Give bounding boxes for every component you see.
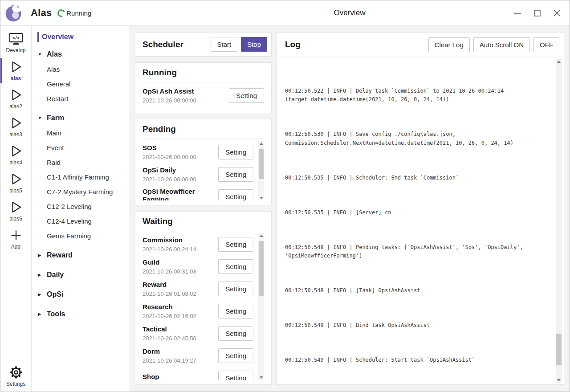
sidebar-item-main[interactable]: Main — [32, 126, 129, 140]
task-setting-button[interactable]: Setting — [218, 348, 253, 363]
log-scrollbar[interactable] — [556, 59, 562, 383]
task-next-run-time: 2021-10-26 02:45:50 — [142, 335, 196, 342]
sidebar-item-c7-2-mystery-farming[interactable]: C7-2 Mystery Farming — [32, 184, 129, 199]
task-setting-button[interactable]: Setting — [218, 371, 253, 380]
sidebar-section-reward[interactable]: ▶Reward — [32, 248, 129, 263]
task-setting-button[interactable]: Setting — [218, 259, 253, 274]
sidebar-item-overview[interactable]: Overview — [32, 32, 129, 42]
scroll-up-icon[interactable] — [258, 141, 264, 146]
scroll-down-icon[interactable] — [258, 375, 264, 380]
sidebar-item-c12-2-leveling[interactable]: C12-2 Leveling — [32, 199, 129, 214]
sidebar-item-event[interactable]: Event — [32, 140, 129, 155]
task-setting-button[interactable]: Setting — [218, 237, 253, 252]
minimize-icon[interactable] — [511, 6, 524, 20]
task-name: OpSi Daily — [142, 166, 196, 174]
task-setting-button[interactable]: Setting — [218, 304, 253, 318]
rail-item-label: alas — [11, 75, 21, 82]
scroll-up-icon[interactable] — [556, 59, 562, 64]
scheduler-panel: Scheduler Start Stop — [135, 32, 272, 57]
task-setting-button[interactable]: Setting — [218, 145, 253, 159]
pending-panel: Pending SOS 2021-10-26 00:00:00 Setting — [135, 119, 272, 205]
clear-log-button[interactable]: Clear Log — [428, 37, 470, 52]
autoscroll-on-button[interactable]: Auto Scroll ON — [473, 37, 530, 52]
task-next-run-time: 2021-10-26 00:00:00 — [142, 97, 196, 104]
task-row: Reward 2021-10-26 01:08:02 Setting — [142, 278, 253, 300]
rail-item-alas6[interactable]: alas6 — [0, 197, 31, 225]
log-header: Log Clear Log Auto Scroll ON OFF — [277, 33, 564, 57]
app-window: Alas Running Overview </>Developalasalas… — [0, 0, 570, 392]
log-lines: 00:12:50.522 | INFO | Delay task `Commis… — [285, 61, 550, 384]
play-icon — [9, 88, 23, 102]
waiting-scrollbar[interactable] — [258, 233, 264, 380]
task-row: Commission 2021-10-26 00:24:14 Setting — [142, 233, 253, 255]
scheduler-start-button[interactable]: Start — [211, 37, 237, 52]
task-row: Tactical 2021-10-26 02:45:50 Setting — [142, 322, 253, 344]
task-name: Dorm — [142, 347, 196, 355]
task-row: Guild 2021-10-26 00:31:03 Setting — [142, 255, 253, 278]
task-row: OpSi Daily 2021-10-26 00:00:00 Setting — [142, 163, 253, 185]
chevron-collapsed-icon: ▶ — [38, 273, 43, 277]
sidebar-item-general[interactable]: General — [32, 77, 129, 91]
sidebar-section-farm[interactable]: ▼Farm — [32, 110, 129, 126]
sidebar-section-daily[interactable]: ▶Daily — [32, 267, 129, 282]
rail-item-label: alas3 — [9, 131, 22, 138]
scroll-down-icon[interactable] — [556, 377, 562, 383]
autoscroll-off-button[interactable]: OFF — [533, 37, 559, 52]
rail-item-settings[interactable]: Settings — [0, 361, 31, 392]
sidebar-item-c12-4-leveling[interactable]: C12-4 Leveling — [32, 214, 129, 229]
settings-label: Settings — [6, 381, 25, 387]
rail-item-alas[interactable]: alas — [0, 57, 31, 84]
pending-scrollbar[interactable] — [258, 141, 264, 200]
rail-item-alas2[interactable]: alas2 — [0, 85, 31, 112]
scroll-down-icon[interactable] — [258, 195, 264, 200]
sidebar-item-restart[interactable]: Restart — [32, 91, 129, 106]
task-next-run-time: 2021-10-26 00:31:03 — [142, 268, 196, 275]
log-line: 00:12:50.549 | INFO | Bind task OpsiAshA… — [285, 321, 550, 330]
content-area: Scheduler Start Stop Running O — [129, 26, 570, 392]
window-title: Overview — [130, 8, 570, 17]
task-setting-button[interactable]: Setting — [218, 167, 253, 182]
maximize-icon[interactable] — [530, 6, 544, 20]
task-row: SOS 2021-10-26 00:00:00 Setting — [142, 141, 253, 163]
section-label: OpSi — [47, 290, 63, 298]
task-name: Research — [142, 303, 196, 311]
active-indicator-bar — [0, 58, 2, 83]
sidebar-item-alas[interactable]: Alas — [32, 62, 129, 77]
task-setting-button[interactable]: Setting — [218, 189, 253, 201]
chevron-collapsed-icon: ▶ — [38, 312, 43, 316]
rail-item-add[interactable]: Add — [0, 225, 31, 253]
rail-item-develop[interactable]: </>Develop — [0, 29, 31, 56]
sidebar-item-gems-farming[interactable]: Gems Farming — [32, 229, 129, 243]
sidebar-section-tools[interactable]: ▶Tools — [32, 306, 129, 322]
rail-item-alas3[interactable]: alas3 — [0, 113, 31, 140]
section-label: Tools — [47, 310, 65, 318]
sidebar-section-opsi[interactable]: ▶OpSi — [32, 287, 129, 302]
task-row: Shop Setting — [142, 367, 253, 380]
rail-item-alas5[interactable]: alas5 — [0, 169, 31, 196]
scheduler-status: Running — [57, 9, 91, 17]
scroll-up-icon[interactable] — [258, 233, 264, 238]
app-title: Alas — [31, 7, 52, 19]
code-monitor-icon: </> — [8, 32, 24, 46]
sidebar-section-alas[interactable]: ▼Alas — [32, 47, 129, 62]
gear-icon — [9, 365, 23, 380]
play-icon — [9, 144, 23, 158]
task-setting-button[interactable]: Setting — [229, 88, 264, 103]
log-line: 00:12:50.535 | INFO | [Server] cn — [285, 208, 550, 217]
close-icon[interactable] — [550, 6, 563, 20]
section-label: Alas — [47, 50, 62, 58]
waiting-title: Waiting — [142, 216, 264, 231]
scheduler-stop-button[interactable]: Stop — [241, 37, 267, 52]
section-label: Farm — [47, 114, 64, 122]
waiting-panel: Waiting Commission 2021-10-26 00:24:14 S… — [135, 211, 272, 385]
task-name: SOS — [142, 144, 196, 152]
task-setting-button[interactable]: Setting — [218, 326, 253, 341]
rail-item-alas4[interactable]: alas4 — [0, 141, 31, 168]
task-name: OpSi Meowfficer Farming — [142, 188, 215, 200]
plus-icon — [9, 228, 23, 242]
task-setting-button[interactable]: Setting — [218, 282, 253, 296]
task-next-run-time: 2021-10-26 00:00:00 — [142, 154, 196, 160]
sidebar-item-c1-1-affinity-farming[interactable]: C1-1 Affinity Farming — [32, 170, 129, 184]
sidebar-item-raid[interactable]: Raid — [32, 155, 129, 170]
task-next-run-time: 2021-10-26 01:08:02 — [142, 290, 196, 297]
